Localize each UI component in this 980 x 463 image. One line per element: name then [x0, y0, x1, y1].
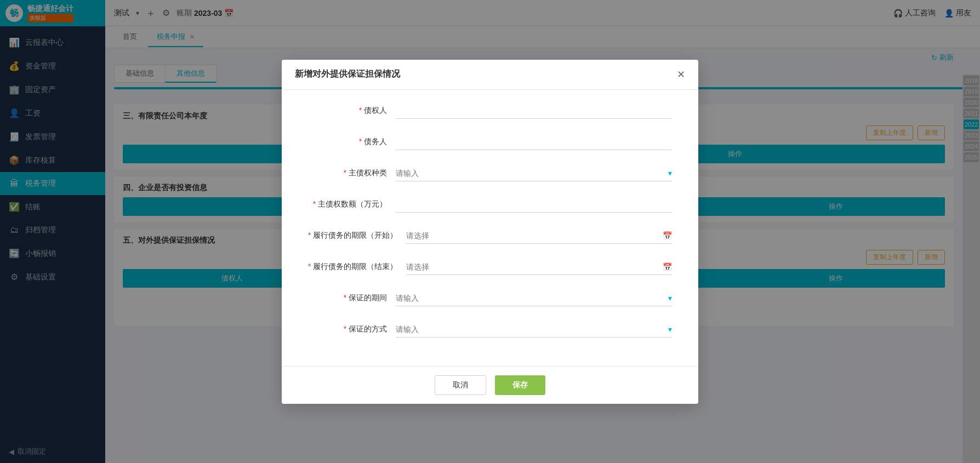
form-label-period-end: * 履行债务的期限（结束） [308, 262, 406, 272]
form-label-debtor: * 债务人 [308, 137, 396, 147]
guarantee-period-select-wrap: ▾ [396, 290, 672, 306]
form-row-period-end: * 履行债务的期限（结束） 📅 [308, 259, 672, 275]
dialog-header: 新增对外提供保证担保情况 ✕ [282, 60, 698, 90]
dialog-title: 新增对外提供保证担保情况 [295, 68, 400, 80]
required-mark: * [359, 137, 362, 146]
required-mark: * [344, 293, 346, 302]
required-mark: * [313, 199, 316, 208]
dialog: 新增对外提供保证担保情况 ✕ * 债权人 * 债务人 [282, 60, 698, 404]
guarantee-method-input[interactable] [396, 325, 668, 334]
guarantee-method-chevron-icon[interactable]: ▾ [668, 325, 672, 334]
required-mark: * [308, 262, 311, 271]
required-mark: * [344, 324, 346, 333]
required-mark: * [308, 231, 311, 239]
debt-type-chevron-icon[interactable]: ▾ [668, 169, 672, 178]
required-mark: * [344, 168, 346, 177]
save-button[interactable]: 保存 [495, 375, 545, 395]
form-label-creditor: * 债权人 [308, 106, 396, 116]
period-end-calendar-icon[interactable]: 📅 [663, 262, 672, 271]
form-row-debt-amount: * 主债权数额（万元） [308, 197, 672, 213]
required-mark: * [359, 106, 362, 115]
guarantee-period-chevron-icon[interactable]: ▾ [668, 294, 672, 302]
cancel-button[interactable]: 取消 [435, 375, 486, 395]
form-label-debt-amount: * 主债权数额（万元） [308, 199, 396, 209]
form-label-period-start: * 履行债务的期限（开始） [308, 231, 406, 241]
period-start-input[interactable] [406, 231, 663, 240]
creditor-input[interactable] [396, 103, 672, 119]
period-start-date-wrap: 📅 [406, 228, 672, 244]
guarantee-method-select-wrap: ▾ [396, 322, 672, 338]
dialog-overlay: 新增对外提供保证担保情况 ✕ * 债权人 * 债务人 [0, 0, 980, 463]
period-end-date-wrap: 📅 [406, 259, 672, 275]
form-label-guarantee-method: * 保证的方式 [308, 324, 396, 334]
form-row-debtor: * 债务人 [308, 134, 672, 150]
debt-type-input[interactable] [396, 169, 668, 178]
form-label-guarantee-period: * 保证的期间 [308, 293, 396, 303]
dialog-body: * 债权人 * 债务人 * 主债权种类 [282, 90, 698, 366]
debtor-input[interactable] [396, 134, 672, 150]
form-row-period-start: * 履行债务的期限（开始） 📅 [308, 228, 672, 244]
form-label-debt-type: * 主债权种类 [308, 168, 396, 178]
form-row-guarantee-method: * 保证的方式 ▾ [308, 322, 672, 338]
debt-amount-input[interactable] [396, 197, 672, 213]
dialog-footer: 取消 保存 [282, 366, 698, 404]
form-row-debt-type: * 主债权种类 ▾ [308, 165, 672, 181]
debt-type-select-wrap: ▾ [396, 165, 672, 181]
dialog-close-button[interactable]: ✕ [677, 68, 685, 81]
period-end-input[interactable] [406, 262, 663, 271]
form-row-guarantee-period: * 保证的期间 ▾ [308, 290, 672, 306]
period-start-calendar-icon[interactable]: 📅 [663, 231, 672, 240]
form-row-creditor: * 债权人 [308, 103, 672, 119]
guarantee-period-input[interactable] [396, 294, 668, 302]
